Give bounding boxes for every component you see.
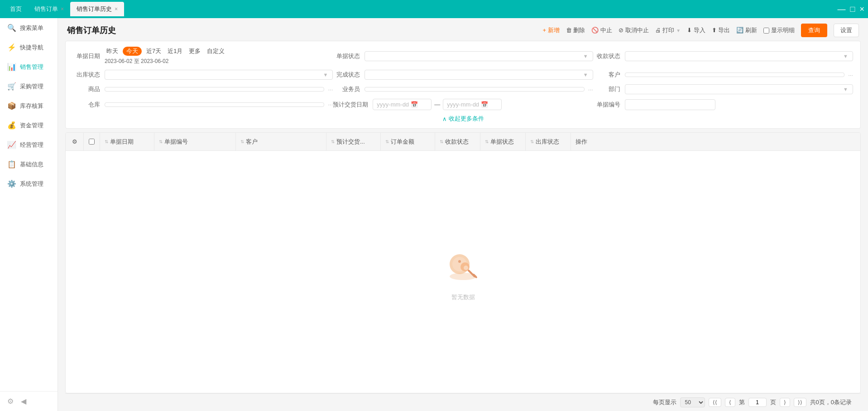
sort-delivery-icon: ⇅ [331, 139, 335, 144]
th-gear[interactable]: ⚙ [66, 133, 84, 150]
shortcut-today[interactable]: 今天 [123, 47, 142, 56]
minimize-button[interactable]: — [838, 5, 846, 14]
th-out-status[interactable]: ⇅ 出库状态 [526, 133, 571, 150]
complete-status-select[interactable]: ▼ [364, 70, 593, 80]
sort-pay-status-icon: ⇅ [440, 139, 443, 144]
sidebar-item-inventory-calc-label: 库存核算 [20, 102, 43, 110]
tab-sales-order-history-close[interactable]: × [115, 6, 118, 12]
warehouse-more-icon[interactable]: ··· [328, 101, 333, 108]
goods-select[interactable] [105, 87, 324, 92]
empty-text: 暂无数据 [451, 293, 475, 301]
filter-row-1: 单据日期 昨天 今天 近7天 近1月 更多 自定义 2023-06-02 至 2… [73, 47, 853, 65]
th-customer[interactable]: ⇅ 客户 [236, 133, 326, 150]
query-button[interactable]: 查询 [801, 24, 827, 37]
add-button[interactable]: + 新增 [543, 26, 560, 34]
svg-point-4 [464, 266, 468, 270]
salesperson-select[interactable] [364, 87, 584, 92]
delivery-date-start-input[interactable]: yyyy-mm-dd 📅 [373, 99, 432, 110]
top-bar: 首页 销售订单 × 销售订单历史 × — □ × [0, 0, 868, 18]
warehouse-select[interactable] [105, 102, 324, 107]
doc-status-select[interactable]: ▼ [364, 51, 593, 61]
salesperson-label: 业务员 [333, 85, 364, 93]
sidebar-item-system-mgmt[interactable]: ⚙️ 系统管理 [0, 174, 58, 193]
stop-button[interactable]: 🚫 中止 [591, 26, 612, 34]
out-status-select[interactable]: ▼ [105, 70, 333, 80]
th-amount[interactable]: ⇅ 订单金额 [381, 133, 435, 150]
out-status-label: 出库状态 [73, 71, 105, 79]
th-number[interactable]: ⇅ 单据编号 [154, 133, 236, 150]
shortcut-custom[interactable]: 自定义 [205, 47, 226, 56]
sidebar-item-purchase-mgmt[interactable]: 🛒 采购管理 [0, 77, 58, 96]
customer-more-icon[interactable]: ··· [848, 72, 853, 78]
sidebar-item-capital-mgmt-label: 资金管理 [20, 121, 43, 130]
sidebar-item-operations-mgmt[interactable]: 📈 经营管理 [0, 135, 58, 155]
sort-out-status-icon: ⇅ [530, 139, 534, 144]
sales-mgmt-icon: 📊 [7, 63, 16, 71]
page-size-select[interactable]: 50 10 20 100 [680, 397, 705, 407]
sidebar-collapse-icon[interactable]: ◀ [21, 397, 26, 406]
prev-page-button[interactable]: ⟨ [725, 398, 735, 407]
top-right-actions: — □ × [838, 5, 864, 14]
table-header-row: ⚙ ⇅ 单据日期 ⇅ 单据编号 ⇅ 客户 ⇅ [66, 133, 860, 151]
th-date[interactable]: ⇅ 单据日期 [100, 133, 154, 150]
th-check[interactable] [84, 133, 100, 150]
window-close-button[interactable]: × [859, 5, 864, 14]
tab-sales-order[interactable]: 销售订单 × [28, 2, 70, 16]
sort-amount-icon: ⇅ [385, 139, 389, 144]
shortcut-yesterday[interactable]: 昨天 [105, 47, 120, 56]
shortcut-more[interactable]: 更多 [187, 47, 202, 56]
delete-button[interactable]: 🗑 删除 [566, 26, 585, 34]
print-dropdown-icon[interactable]: ▼ [676, 28, 681, 33]
doc-number-input[interactable] [625, 99, 715, 110]
shortcut-7days[interactable]: 近7天 [144, 47, 163, 56]
first-page-button[interactable]: ⟨⟨ [709, 398, 721, 407]
sidebar-item-capital-mgmt[interactable]: 💰 资金管理 [0, 116, 58, 135]
refresh-button[interactable]: 🔄 刷新 [736, 26, 757, 34]
sidebar-item-inventory-calc[interactable]: 📦 库存核算 [0, 96, 58, 116]
goods-more-icon[interactable]: ··· [328, 86, 333, 93]
sidebar-item-sales-mgmt[interactable]: 📊 销售管理 [0, 57, 58, 77]
select-all-checkbox[interactable] [89, 139, 95, 145]
print-button[interactable]: 🖨 打印 ▼ [655, 26, 681, 34]
doc-number-label: 单据编号 [593, 101, 625, 109]
doc-status-arrow-icon: ▼ [583, 53, 588, 59]
salesperson-more-icon[interactable]: ··· [588, 86, 593, 93]
maximize-button[interactable]: □ [850, 5, 855, 14]
export-button[interactable]: ⬆ 导出 [712, 26, 730, 34]
sidebar-item-quick-nav[interactable]: ⚡ 快捷导航 [0, 38, 58, 57]
dept-select[interactable]: ▼ [625, 84, 853, 94]
filter-col-doc-number: 单据编号 [593, 99, 853, 110]
th-doc-status[interactable]: ⇅ 单据状态 [480, 133, 526, 150]
sidebar-settings-icon[interactable]: ⚙ [7, 397, 14, 406]
delivery-date-label: 预计交货日期 [333, 101, 373, 109]
sidebar-item-basic-info[interactable]: 📋 基础信息 [0, 155, 58, 174]
next-page-button[interactable]: ⟩ [780, 398, 790, 407]
last-page-button[interactable]: ⟩⟩ [794, 398, 806, 407]
quick-nav-icon: ⚡ [7, 43, 16, 52]
th-delivery[interactable]: ⇅ 预计交货... [326, 133, 381, 150]
sort-doc-status-icon: ⇅ [485, 139, 489, 144]
filter-col-date: 单据日期 昨天 今天 近7天 近1月 更多 自定义 2023-06-02 至 2… [73, 47, 333, 65]
page-unit-label: 页 [770, 398, 776, 406]
cancel-stop-button[interactable]: ⊘ 取消中止 [619, 26, 649, 34]
show-detail-checkbox[interactable]: 显示明细 [763, 26, 795, 34]
tab-home[interactable]: 首页 [4, 2, 28, 16]
customer-select[interactable] [625, 73, 844, 77]
delivery-date-end-input[interactable]: yyyy-mm-dd 📅 [443, 99, 502, 110]
pay-status-select[interactable]: ▼ [625, 51, 853, 61]
th-pay-status[interactable]: ⇅ 收款状态 [435, 133, 480, 150]
tab-sales-order-close[interactable]: × [61, 6, 64, 12]
tab-sales-order-history[interactable]: 销售订单历史 × [70, 2, 124, 16]
date-range-text: 2023-06-02 至 2023-06-02 [105, 58, 226, 65]
show-detail-input[interactable] [763, 28, 769, 34]
tab-home-label: 首页 [10, 5, 22, 13]
filter-col-pay-status: 收款状态 ▼ [593, 51, 853, 61]
sidebar-item-search-menu[interactable]: 🔍 搜索菜单 [0, 18, 58, 38]
shortcut-1month[interactable]: 近1月 [166, 47, 184, 56]
search-menu-icon: 🔍 [7, 24, 16, 32]
collapse-row[interactable]: ∧ 收起更多条件 [73, 115, 853, 123]
setting-button[interactable]: 设置 [834, 24, 859, 37]
dept-arrow-icon: ▼ [843, 87, 848, 92]
import-button[interactable]: ⬇ 导入 [687, 26, 705, 34]
page-number-input[interactable] [748, 398, 767, 407]
